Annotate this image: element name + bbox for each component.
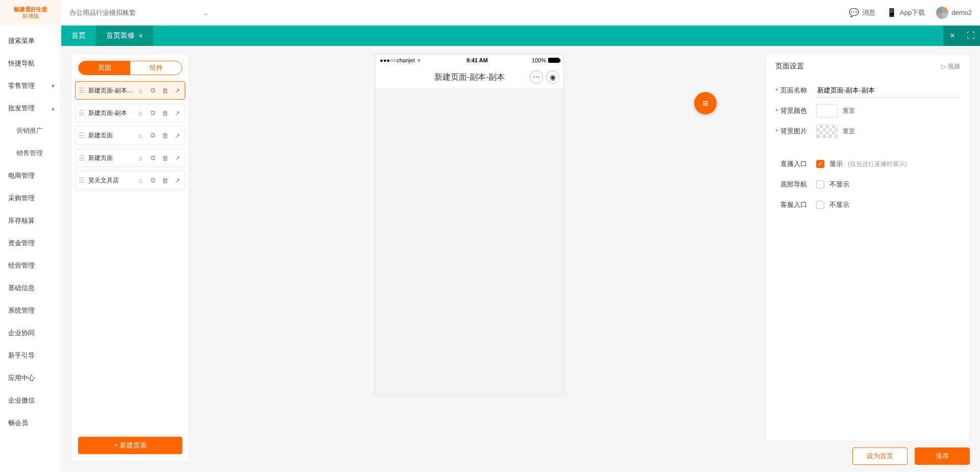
copy-icon[interactable]: ⧉	[148, 154, 157, 162]
delete-icon[interactable]: 🗑	[160, 87, 169, 95]
pages-panel: 页面 组件 ☰新建页面-副本...⌂⧉🗑↗☰新建页面-副本⌂⧉🗑↗☰新建页面⌂⧉…	[71, 54, 189, 462]
menu-item-label: 企业微信	[8, 396, 35, 404]
menu-item-label: 应用中心	[8, 374, 35, 382]
home-icon[interactable]: ⌂	[136, 132, 145, 139]
menu-item-label: 经营管理	[8, 262, 35, 269]
page-list: ☰新建页面-副本...⌂⧉🗑↗☰新建页面-副本⌂⧉🗑↗☰新建页面⌂⧉🗑↗☰新建页…	[72, 81, 188, 432]
page-row-name: 新建页面	[88, 131, 133, 140]
drag-icon[interactable]: ☰	[79, 109, 85, 117]
menu-item[interactable]: 经营管理	[0, 254, 61, 277]
menu-item[interactable]: 应用中心	[0, 367, 61, 389]
menu-item[interactable]: 畅会员	[0, 412, 61, 434]
phone-canvas[interactable]	[376, 88, 564, 395]
segment-component[interactable]: 组件	[130, 61, 182, 75]
bg-image-swatch[interactable]	[816, 125, 838, 138]
bottom-nav-checkbox[interactable]	[816, 180, 824, 188]
save-button[interactable]: 保存	[915, 447, 970, 465]
menu-item[interactable]: 基础信息	[0, 277, 61, 299]
download-label: App下载	[900, 8, 925, 17]
tab-home[interactable]: 首页	[61, 26, 96, 46]
company-selector[interactable]: 办公用品行业模拟账套 ⌄	[69, 8, 209, 17]
phone-target-button[interactable]: ◉	[546, 70, 559, 84]
page-row[interactable]: ☰新建页面⌂⧉🗑↗	[75, 126, 185, 145]
delete-icon[interactable]: 🗑	[160, 109, 169, 117]
home-icon[interactable]: ⌂	[136, 154, 145, 162]
menu-item[interactable]: 快捷导航	[0, 52, 61, 75]
copy-icon[interactable]: ⧉	[148, 176, 157, 184]
tab-home-label: 首页	[71, 31, 86, 40]
close-icon[interactable]: ×	[139, 32, 143, 40]
tabstrip-fullscreen-button[interactable]: ⛶	[962, 26, 980, 46]
drag-icon[interactable]: ☰	[79, 86, 85, 95]
phone-more-button[interactable]: ⋯	[530, 70, 543, 84]
menu-item-label: 快捷导航	[8, 59, 35, 67]
bg-image-reset[interactable]: 重置	[843, 127, 855, 136]
share-icon[interactable]: ↗	[173, 132, 182, 139]
phone-title: 新建页面-副本-副本	[434, 72, 505, 83]
drag-icon[interactable]: ☰	[79, 131, 85, 139]
page-row[interactable]: ☰昊天文具店⌂⧉🗑↗	[75, 171, 185, 190]
delete-icon[interactable]: 🗑	[160, 154, 169, 162]
page-name-input[interactable]	[816, 83, 960, 98]
menu-item[interactable]: 资金管理	[0, 232, 61, 254]
bg-color-swatch[interactable]	[816, 104, 838, 117]
home-icon[interactable]: ⌂	[136, 87, 145, 95]
menu-item[interactable]: 批发管理▴	[0, 97, 61, 120]
user-menu[interactable]: demo2	[936, 7, 972, 19]
menu-item[interactable]: 库存核算	[0, 209, 61, 232]
menu-item[interactable]: 零售管理▾	[0, 75, 61, 97]
video-help-link[interactable]: ▷ 视频	[941, 62, 960, 71]
page-row[interactable]: ☰新建页面-副本...⌂⧉🗑↗	[75, 81, 185, 100]
menu-item-label: 库存核算	[8, 217, 35, 224]
share-icon[interactable]: ↗	[173, 109, 182, 117]
menu-item[interactable]: 企业协同	[0, 322, 61, 344]
menu-item[interactable]: 系统管理	[0, 299, 61, 322]
live-entry-label: 直播入口	[775, 159, 816, 169]
copy-icon[interactable]: ⧉	[148, 86, 157, 95]
share-icon[interactable]: ↗	[173, 177, 182, 184]
delete-icon[interactable]: 🗑	[160, 177, 169, 184]
brand-logo: 畅捷通好生意 标准版	[0, 0, 61, 26]
live-hint: (仅当进行直播时展示)	[848, 160, 907, 169]
top-bar: 畅捷通好生意 标准版 办公用品行业模拟账套 ⌄ 💬 消息 📱 App下载 dem…	[0, 0, 980, 26]
menu-item-label: 零售管理	[8, 82, 35, 89]
home-icon[interactable]: ⌂	[136, 177, 145, 184]
page-row[interactable]: ☰新建页面⌂⧉🗑↗	[75, 149, 185, 167]
share-icon[interactable]: ↗	[173, 87, 182, 95]
home-icon[interactable]: ⌂	[136, 109, 145, 117]
menu-item[interactable]: 企业微信	[0, 389, 61, 412]
service-entry-checkbox[interactable]	[816, 201, 824, 209]
components-fab[interactable]: ≡	[694, 92, 717, 114]
drag-icon[interactable]: ☰	[79, 154, 85, 162]
page-row[interactable]: ☰新建页面-副本⌂⧉🗑↗	[75, 104, 185, 122]
menu-item-label: 资金管理	[8, 239, 35, 247]
menu-item[interactable]: 电商管理	[0, 164, 61, 187]
messages-button[interactable]: 💬 消息	[849, 8, 875, 17]
delete-icon[interactable]: 🗑	[160, 132, 169, 139]
phone-title-bar: 新建页面-副本-副本 ⋯ ◉	[376, 66, 564, 88]
tabstrip-close-button[interactable]: ×	[943, 26, 962, 46]
menu-item[interactable]: 采购管理	[0, 187, 61, 209]
share-icon[interactable]: ↗	[173, 154, 182, 162]
tab-decor-label: 首页装修	[106, 31, 135, 40]
menu-item[interactable]: 新手引导	[0, 344, 61, 367]
live-entry-checkbox[interactable]: ✓	[816, 160, 824, 168]
new-page-button[interactable]: + 新建页面	[78, 437, 182, 454]
page-name-label: 页面名称	[775, 86, 816, 95]
menu-item[interactable]: 营销推广	[0, 120, 61, 142]
page-row-name: 新建页面-副本	[88, 109, 133, 117]
menu-item[interactable]: 销售管理	[0, 142, 61, 164]
drag-icon[interactable]: ☰	[79, 176, 85, 184]
menu-item-label: 采购管理	[8, 194, 35, 202]
bg-color-reset[interactable]: 重置	[843, 107, 855, 115]
menu-item[interactable]: 搜索菜单	[0, 30, 61, 52]
page-row-name: 新建页面-副本...	[88, 86, 133, 95]
chevron-icon: ▴	[52, 97, 55, 120]
signal-icon: ●●●○○	[380, 57, 397, 63]
tab-page-decor[interactable]: 首页装修 ×	[96, 26, 153, 46]
app-download-button[interactable]: 📱 App下载	[887, 8, 925, 17]
copy-icon[interactable]: ⧉	[148, 131, 157, 139]
copy-icon[interactable]: ⧉	[148, 109, 157, 117]
set-home-button[interactable]: 设为首页	[852, 447, 908, 465]
segment-page[interactable]: 页面	[79, 61, 130, 75]
